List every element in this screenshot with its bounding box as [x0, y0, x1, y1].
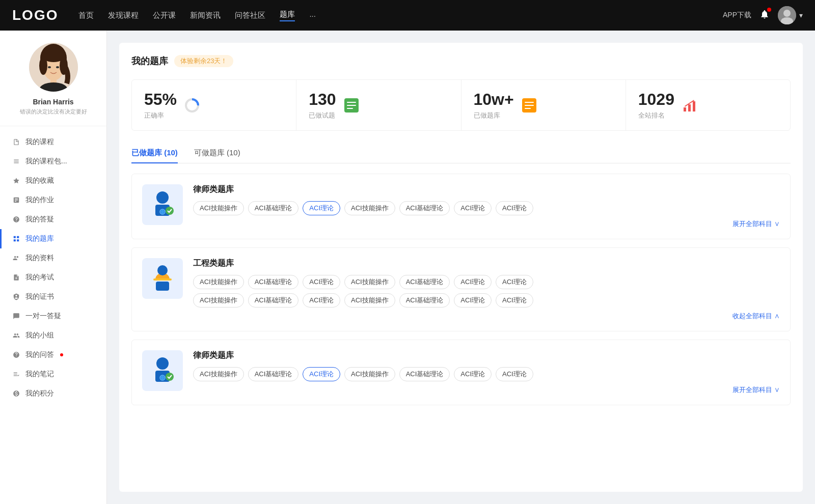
tag-2-0[interactable]: ACI技能操作	[193, 367, 244, 381]
user-motto: 错误的决定比没有决定要好	[8, 108, 98, 116]
tag-2-1[interactable]: ACI基础理论	[248, 367, 299, 381]
stat-accuracy-body: 55% 正确率	[144, 90, 177, 120]
tag-2-3[interactable]: ACI技能操作	[344, 367, 395, 381]
qa-icon	[12, 351, 20, 359]
svg-point-10	[48, 66, 51, 68]
tag-1a-1[interactable]: ACI基础理论	[248, 275, 299, 289]
stat-done-banks-label: 已做题库	[474, 111, 514, 120]
bank-title-2: 律师类题库	[193, 350, 780, 361]
sidebar-item-my-questions[interactable]: 我的答疑	[0, 210, 106, 229]
notes-icon	[12, 370, 20, 378]
sidebar-item-my-notes[interactable]: 我的笔记	[0, 365, 106, 384]
exam-icon	[12, 273, 20, 282]
sidebar-item-my-course-package[interactable]: 我的课程包...	[0, 152, 106, 171]
stat-done-questions-label: 已做试题	[309, 111, 336, 120]
page-header: 我的题库 体验剩余23天！	[131, 55, 791, 67]
tag-0-0[interactable]: ACI技能操作	[193, 201, 244, 215]
nav-openclass[interactable]: 公开课	[153, 11, 176, 20]
nav-news[interactable]: 新闻资讯	[190, 11, 221, 20]
bank-icon-lawyer-0	[142, 184, 183, 225]
stat-done-questions-value: 130	[309, 90, 336, 109]
tag-1b-3[interactable]: ACI技能操作	[344, 293, 395, 307]
sidebar-label-my-exam: 我的考试	[25, 273, 54, 282]
star-icon	[12, 177, 20, 185]
tag-2-2[interactable]: ACI理论	[303, 367, 340, 381]
tag-1a-0[interactable]: ACI技能操作	[193, 275, 244, 289]
sidebar-item-one-on-one[interactable]: 一对一答疑	[0, 306, 106, 326]
content-area: 我的题库 体验剩余23天！ 55% 正确率	[107, 31, 815, 504]
bank-card-0: 律师类题库 ACI技能操作 ACI基础理论 ACI理论 ACI技能操作 ACI基…	[131, 174, 791, 239]
nav-bank[interactable]: 题库	[280, 10, 295, 21]
tag-2-6[interactable]: ACI理论	[496, 367, 533, 381]
sidebar-label-my-group: 我的小组	[25, 331, 54, 340]
tag-1a-5[interactable]: ACI理论	[454, 275, 492, 289]
tag-1a-4[interactable]: ACI基础理论	[399, 275, 450, 289]
tag-1b-1[interactable]: ACI基础理论	[248, 293, 299, 307]
bank-icon-lawyer-2	[142, 350, 183, 391]
points-icon	[12, 389, 20, 398]
bank-body-0: 律师类题库 ACI技能操作 ACI基础理论 ACI理论 ACI技能操作 ACI基…	[193, 184, 780, 229]
tag-0-5[interactable]: ACI理论	[454, 201, 492, 215]
tag-2-5[interactable]: ACI理论	[454, 367, 492, 381]
sidebar-item-my-favorites[interactable]: 我的收藏	[0, 171, 106, 190]
svg-rect-34	[156, 282, 169, 291]
nav-discover[interactable]: 发现课程	[108, 11, 139, 20]
sidebar-item-my-qa[interactable]: 我的问答	[0, 345, 106, 365]
expand-link-0[interactable]: 展开全部科目 ∨	[193, 219, 780, 229]
stat-accuracy: 55% 正确率	[132, 80, 296, 130]
sidebar-label-my-points: 我的积分	[25, 389, 54, 398]
svg-point-12	[41, 48, 66, 62]
nav-chevron[interactable]: ▾	[799, 11, 803, 19]
user-avatar-nav[interactable]: ▾	[778, 6, 803, 24]
expand-link-2[interactable]: 展开全部科目 ∨	[193, 385, 780, 395]
tag-0-4[interactable]: ACI基础理论	[399, 201, 450, 215]
tab-done[interactable]: 已做题库 (10)	[131, 143, 178, 163]
stat-done-banks-value: 10w+	[474, 90, 514, 109]
tag-1b-0[interactable]: ACI技能操作	[193, 293, 244, 307]
sidebar-item-my-homework[interactable]: 我的作业	[0, 190, 106, 210]
sidebar-label-my-qa: 我的问答	[25, 350, 54, 359]
svg-point-11	[56, 66, 59, 68]
logo[interactable]: LOGO	[12, 7, 58, 23]
nav-more[interactable]: ···	[309, 11, 316, 20]
tags-row-0: ACI技能操作 ACI基础理论 ACI理论 ACI技能操作 ACI基础理论 AC…	[193, 201, 780, 215]
tag-2-4[interactable]: ACI基础理论	[399, 367, 450, 381]
svg-rect-24	[684, 107, 686, 111]
bank-icon-engineer-1	[142, 258, 183, 299]
sidebar-label-my-profile: 我的资料	[25, 254, 54, 263]
main-wrapper: Brian Harris 错误的决定比没有决定要好 我的课程 我的课程包...	[0, 31, 815, 504]
tag-1a-2[interactable]: ACI理论	[303, 275, 340, 289]
svg-point-15	[188, 101, 196, 109]
notification-bell[interactable]	[759, 9, 770, 21]
tag-0-6[interactable]: ACI理论	[496, 201, 533, 215]
sidebar-item-my-course[interactable]: 我的课程	[0, 132, 106, 152]
svg-rect-26	[693, 101, 695, 111]
tag-1b-6[interactable]: ACI理论	[496, 293, 533, 307]
sidebar-item-my-points[interactable]: 我的积分	[0, 384, 106, 403]
sidebar-label-my-bank: 我的题库	[25, 234, 54, 243]
tag-1a-3[interactable]: ACI技能操作	[344, 275, 395, 289]
sidebar-item-my-cert[interactable]: 我的证书	[0, 287, 106, 306]
tags-row-1b: ACI技能操作 ACI基础理论 ACI理论 ACI技能操作 ACI基础理论 AC…	[193, 293, 780, 307]
svg-rect-19	[347, 108, 353, 109]
stat-rank: 1029 全站排名	[626, 80, 790, 130]
collapse-link-1[interactable]: 收起全部科目 ∧	[193, 312, 780, 321]
svg-point-35	[156, 357, 169, 370]
tag-1b-4[interactable]: ACI基础理论	[399, 293, 450, 307]
tab-available[interactable]: 可做题库 (10)	[194, 143, 240, 163]
sidebar-item-my-bank[interactable]: 我的题库	[0, 229, 106, 248]
tag-1b-5[interactable]: ACI理论	[454, 293, 492, 307]
tag-0-3[interactable]: ACI技能操作	[344, 201, 395, 215]
sidebar-item-my-profile[interactable]: 我的资料	[0, 248, 106, 268]
sidebar-item-my-group[interactable]: 我的小组	[0, 326, 106, 345]
tag-0-2[interactable]: ACI理论	[303, 201, 340, 215]
app-download-link[interactable]: APP下载	[723, 11, 751, 20]
nav-qa[interactable]: 问答社区	[235, 11, 265, 20]
sidebar-item-my-exam[interactable]: 我的考试	[0, 268, 106, 287]
doc-icon	[12, 196, 20, 204]
nav-home[interactable]: 首页	[78, 11, 94, 20]
tag-1a-6[interactable]: ACI理论	[496, 275, 533, 289]
tag-0-1[interactable]: ACI基础理论	[248, 201, 299, 215]
tag-1b-2[interactable]: ACI理论	[303, 293, 340, 307]
bank-title-1: 工程类题库	[193, 258, 780, 269]
